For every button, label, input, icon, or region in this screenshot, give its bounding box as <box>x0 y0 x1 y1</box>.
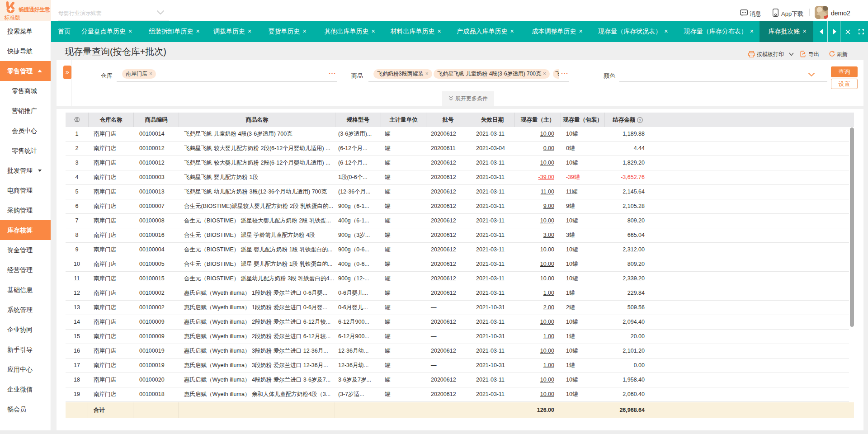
svg-text:?: ? <box>639 118 641 122</box>
